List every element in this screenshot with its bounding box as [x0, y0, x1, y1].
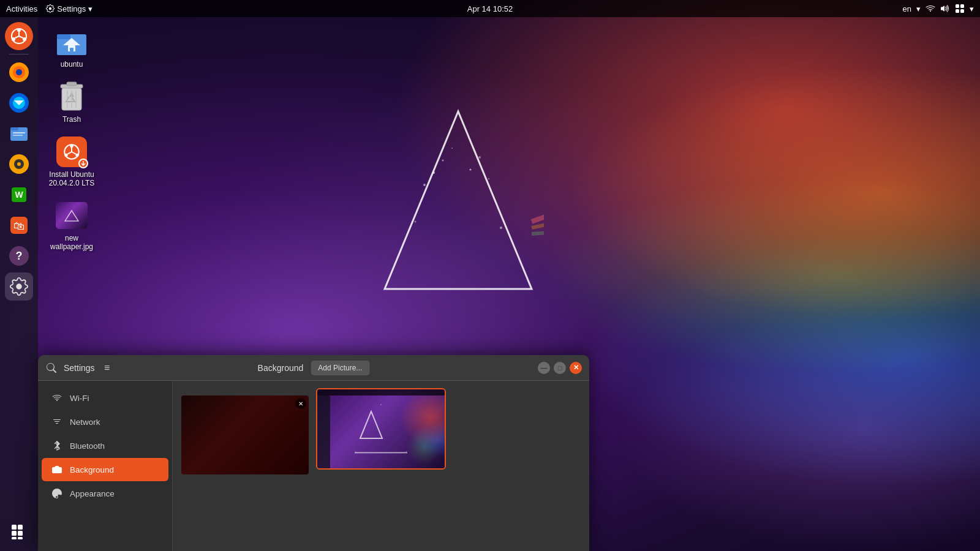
- desktop-icon-trash[interactable]: Trash: [44, 77, 99, 127]
- svg-point-15: [12, 37, 15, 41]
- titlebar-left: Settings ≡: [45, 362, 113, 374]
- thunderbird-icon: [8, 92, 30, 114]
- svg-point-8: [415, 221, 417, 223]
- firefox-icon: [8, 61, 30, 83]
- svg-point-60: [75, 154, 78, 157]
- desktop-icons-area: ubuntu Trash: [44, 22, 99, 255]
- libreoffice-icon: W: [8, 184, 30, 206]
- remove-background-button[interactable]: ✕: [295, 398, 306, 409]
- wallpaper-file-icon: [56, 200, 88, 231]
- background-current-preview[interactable]: [316, 388, 446, 470]
- svg-rect-40: [18, 525, 23, 530]
- network-icon: [51, 416, 62, 427]
- sidebar-bluetooth-label: Bluetooth: [70, 441, 105, 451]
- sidebar-wifi-label: Wi-Fi: [70, 394, 89, 403]
- svg-marker-0: [385, 111, 532, 289]
- desktop-icon-ubuntu-home[interactable]: ubuntu: [44, 22, 99, 72]
- svg-rect-42: [18, 531, 23, 536]
- svg-rect-27: [10, 127, 18, 130]
- titlebar-search-button[interactable]: [45, 362, 58, 374]
- appearance-icon: [51, 488, 62, 499]
- svg-rect-29: [13, 135, 23, 136]
- sidebar-network-label: Network: [70, 418, 100, 427]
- dock-item-thunderbird[interactable]: [5, 89, 33, 117]
- settings-window: Settings ≡ Background Add Picture... — □…: [38, 355, 589, 551]
- sidebar-item-network[interactable]: Network: [42, 410, 168, 433]
- background-dark-red-thumb[interactable]: ✕: [180, 394, 310, 476]
- sidebar-item-background[interactable]: Background: [42, 458, 168, 481]
- topbar-chevron-right: ▾: [970, 4, 974, 13]
- appstore-icon: 🛍: [8, 214, 30, 236]
- settings-menu-button[interactable]: Settings ▾: [46, 4, 92, 13]
- settings-menu-label: Settings: [57, 4, 86, 13]
- desktop-icon-trash-label: Trash: [62, 115, 81, 124]
- install-ubuntu-icon: [56, 136, 88, 168]
- svg-point-2: [442, 160, 444, 162]
- titlebar-menu-button[interactable]: ≡: [101, 362, 113, 374]
- dock-item-firefox[interactable]: [5, 58, 33, 86]
- help-icon: ?: [8, 245, 30, 267]
- svg-point-16: [23, 37, 26, 41]
- trash-icon: [56, 81, 88, 113]
- sidebar-item-bluetooth[interactable]: Bluetooth: [42, 434, 168, 457]
- add-picture-button[interactable]: Add Picture...: [311, 361, 369, 375]
- desktop-triangle: [372, 99, 544, 307]
- titlebar-center: Background Add Picture...: [258, 361, 370, 375]
- svg-point-4: [423, 184, 426, 186]
- svg-rect-50: [70, 48, 74, 51]
- minimize-button[interactable]: —: [538, 362, 550, 374]
- svg-rect-43: [12, 537, 17, 539]
- background-icon: [51, 464, 62, 475]
- topbar-right: en ▾ ▾: [903, 4, 974, 13]
- svg-point-3: [451, 148, 453, 149]
- svg-rect-39: [12, 525, 17, 530]
- sidebar-background-label: Background: [70, 465, 114, 474]
- svg-rect-44: [18, 537, 23, 539]
- topbar-lang[interactable]: en: [903, 4, 911, 13]
- dock-item-files[interactable]: [5, 119, 33, 148]
- dock-item-apps-grid[interactable]: [5, 518, 33, 546]
- svg-rect-47: [57, 34, 70, 39]
- gear-icon: [46, 4, 55, 13]
- activities-button[interactable]: Activities: [6, 4, 37, 13]
- dock-item-settings[interactable]: [5, 272, 33, 301]
- svg-point-32: [17, 162, 21, 166]
- desktop-icon-install-ubuntu[interactable]: Install Ubuntu 20.04.2.0 LTS: [44, 132, 99, 191]
- settings-content: ✕: [173, 381, 589, 551]
- home-folder-icon: [56, 26, 88, 58]
- desktop-icon-wallpaper[interactable]: new wallpaper.jpg: [44, 196, 99, 255]
- settings-chevron: ▾: [88, 4, 92, 13]
- apps-grid-icon: [10, 523, 28, 541]
- sidebar-item-wifi[interactable]: Wi-Fi: [42, 386, 168, 410]
- dock-item-help[interactable]: ?: [5, 242, 33, 270]
- svg-line-62: [67, 152, 72, 154]
- wifi-icon: [51, 392, 62, 403]
- svg-rect-52: [67, 82, 77, 86]
- svg-rect-28: [13, 132, 25, 133]
- svg-point-9: [500, 227, 502, 229]
- maximize-button[interactable]: □: [554, 362, 566, 374]
- svg-rect-41: [12, 531, 17, 536]
- close-button[interactable]: ✕: [570, 362, 582, 374]
- dock-item-appstore[interactable]: 🛍: [5, 211, 33, 239]
- topbar: Activities Settings ▾ Apr 14 10:52 en ▾: [0, 0, 980, 17]
- svg-line-18: [15, 36, 20, 38]
- svg-marker-64: [65, 211, 78, 221]
- volume-icon: [940, 4, 950, 13]
- dock-separator-1: [9, 54, 29, 54]
- sidebar-item-appearance[interactable]: Appearance: [42, 482, 168, 505]
- svg-text:?: ?: [16, 250, 23, 262]
- topbar-datetime: Apr 14 10:52: [467, 4, 513, 13]
- settings-sidebar: Wi-Fi Network Bluetoo: [38, 381, 173, 551]
- dock-item-libreoffice[interactable]: W: [5, 181, 33, 209]
- dock-item-rhythmbox[interactable]: [5, 150, 33, 178]
- dock: W 🛍 ?: [0, 17, 38, 551]
- bluetooth-icon: [51, 440, 62, 451]
- dock-item-ubuntu[interactable]: [5, 22, 33, 50]
- svg-line-19: [19, 36, 23, 38]
- svg-point-6: [478, 156, 481, 159]
- svg-point-58: [70, 144, 73, 148]
- svg-text:🛍: 🛍: [13, 220, 24, 232]
- titlebar-title: Background: [258, 363, 304, 373]
- svg-text:W: W: [15, 190, 23, 200]
